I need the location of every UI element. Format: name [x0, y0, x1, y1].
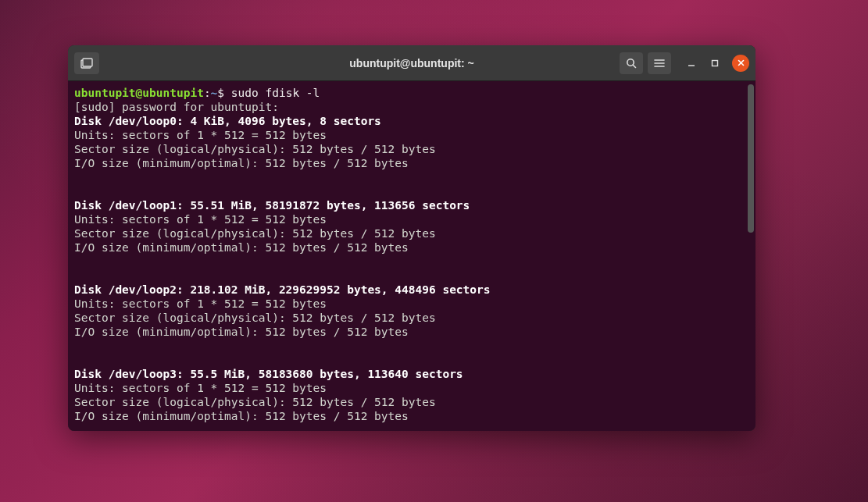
maximize-icon — [711, 59, 719, 67]
svg-line-3 — [633, 65, 635, 67]
titlebar-right — [620, 52, 749, 74]
disk0-header: Disk /dev/loop0: 4 KiB, 4096 bytes, 8 se… — [74, 115, 381, 127]
maximize-button[interactable] — [709, 57, 721, 69]
minimize-icon — [688, 59, 695, 67]
disk1-sector: Sector size (logical/physical): 512 byte… — [74, 227, 436, 240]
prompt-user-host: ubuntupit@ubuntupit — [74, 87, 204, 99]
disk2-sector: Sector size (logical/physical): 512 byte… — [74, 312, 436, 324]
disk1-io: I/O size (minimum/optimal): 512 bytes / … — [74, 241, 409, 254]
titlebar[interactable]: ubuntupit@ubuntupit: ~ — [68, 45, 755, 81]
disk3-sector: Sector size (logical/physical): 512 byte… — [74, 396, 436, 408]
disk3-header: Disk /dev/loop3: 55.5 MiB, 58183680 byte… — [74, 368, 463, 380]
command-text: sudo fdisk -l — [231, 87, 320, 99]
hamburger-icon — [654, 59, 665, 68]
menu-button[interactable] — [648, 52, 671, 74]
search-button[interactable] — [620, 52, 643, 74]
terminal-window: ubuntupit@ubuntupit: ~ — [68, 45, 755, 431]
disk1-units: Units: sectors of 1 * 512 = 512 bytes — [74, 213, 327, 226]
new-tab-icon — [80, 58, 93, 69]
disk0-sector: Sector size (logical/physical): 512 byte… — [74, 143, 436, 155]
disk3-units: Units: sectors of 1 * 512 = 512 bytes — [74, 382, 327, 394]
svg-rect-1 — [83, 59, 92, 66]
prompt-symbol: $ — [217, 87, 230, 99]
svg-rect-8 — [713, 60, 718, 66]
window-controls — [685, 55, 749, 72]
search-icon — [626, 58, 637, 69]
terminal-body[interactable]: ubuntupit@ubuntupit:~$ sudo fdisk -l [su… — [68, 81, 755, 431]
minimize-button[interactable] — [685, 57, 698, 69]
disk2-io: I/O size (minimum/optimal): 512 bytes / … — [74, 326, 409, 338]
disk1-header: Disk /dev/loop1: 55.51 MiB, 58191872 byt… — [74, 199, 470, 212]
scrollbar-thumb[interactable] — [748, 84, 754, 233]
close-button[interactable] — [732, 55, 749, 72]
disk2-header: Disk /dev/loop2: 218.102 MiB, 229629952 … — [74, 283, 491, 296]
disk0-io: I/O size (minimum/optimal): 512 bytes / … — [74, 157, 409, 169]
prompt-colon: : — [204, 87, 211, 99]
new-tab-button[interactable] — [74, 52, 99, 74]
close-icon — [738, 59, 745, 66]
sudo-password-prompt: [sudo] password for ubuntupit: — [74, 101, 279, 113]
window-title: ubuntupit@ubuntupit: ~ — [349, 57, 473, 69]
disk2-units: Units: sectors of 1 * 512 = 512 bytes — [74, 297, 327, 310]
disk3-io: I/O size (minimum/optimal): 512 bytes / … — [74, 410, 409, 422]
disk0-units: Units: sectors of 1 * 512 = 512 bytes — [74, 129, 327, 141]
